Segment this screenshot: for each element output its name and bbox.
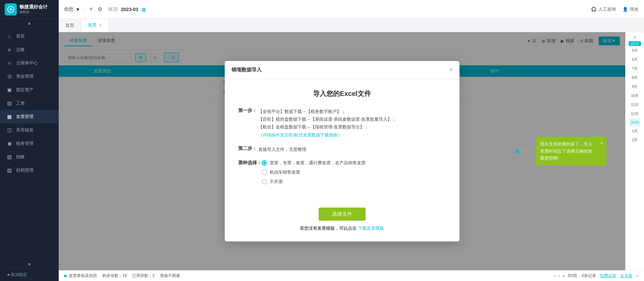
timeline-month-12[interactable]: 12月	[630, 109, 640, 118]
sidebar-item-label: 税务管理	[16, 140, 34, 147]
template-hint: 若您没有发票模版，可以点击 下载发票模版	[300, 225, 384, 231]
logo-text-block: 畅捷通好会计 旗舰版	[19, 4, 48, 14]
sidebar-item-label: 工资	[16, 100, 25, 106]
radio-none[interactable]	[262, 179, 267, 184]
tooltip-close-button[interactable]: ×	[600, 139, 603, 147]
timeline-month-9[interactable]: 9月	[631, 82, 639, 91]
account-dropdown-icon: ▼	[75, 7, 80, 12]
step1-line1: 【全电平台】数据下载→【税务数字账户】；	[258, 108, 396, 115]
period-label: 账期	[108, 6, 118, 12]
modal-close-button[interactable]: ×	[449, 66, 453, 73]
charge-link[interactable]: 去充值	[620, 273, 632, 279]
sidebar-item-label: 首页	[16, 33, 25, 39]
tab-invoice-close[interactable]: ×	[99, 23, 102, 27]
bottom-left: 发票查验及拍照 剩余张数：18 已用张数：2 查验不限量	[64, 273, 180, 279]
sidebar-item-tax[interactable]: ◉ 税务管理	[0, 137, 59, 150]
import-modal: 销项数据导入 × 导入您的Excel文件 第一步： 【全电平台】数据下载→【税务…	[225, 61, 460, 242]
user-icon: 👤	[623, 7, 628, 12]
verify-unlimited: 查验不限量	[160, 273, 180, 279]
main-area: 你您 ▼ | + ⚙ 账期 2023-03 ▦ 🎧 人工咨询 👤 用友	[59, 0, 644, 281]
sidebar-item-home[interactable]: ⌂ 首页	[0, 30, 59, 43]
invoice-icon: ▦	[6, 113, 13, 120]
sidebar-item-archive[interactable]: ▨ 归档管理	[0, 164, 59, 177]
plus-button[interactable]: +	[89, 6, 93, 13]
remaining-count: 剩余张数：18	[102, 273, 127, 279]
page-info: 共0页，0条记录	[568, 273, 596, 279]
timeline-month-1[interactable]: 1月	[631, 126, 639, 135]
timeline-month-8[interactable]: 8月	[631, 73, 639, 82]
stock-icon: ◫	[6, 127, 13, 133]
timeline-month-2[interactable]: 2月	[631, 135, 639, 145]
tooltip-text: 现在支持的票种多了，导入发票时别忘了选择正确的发票类型呀!	[540, 142, 592, 161]
period-info: + ⚙ 账期 2023-03 ▦	[89, 6, 146, 13]
tooltip-left-indicator	[516, 150, 519, 153]
radio-vehicle[interactable]	[262, 170, 267, 175]
modal-header: 销项数据导入 ×	[225, 61, 460, 79]
template-download-link[interactable]: 下载发票模版	[358, 226, 384, 231]
tooltip-container: 现在支持的票种多了，导入发票时别忘了选择正确的发票类型呀! ×	[536, 137, 606, 166]
sidebar-item-label: 归档管理	[16, 167, 34, 173]
template-hint-text: 若您没有发票模版，可以点击	[300, 226, 357, 231]
radio-row-none: 不开票	[262, 179, 366, 185]
headset-icon: 🎧	[591, 7, 596, 12]
step2-block: 第二步： 直接导入文件，无需整理	[238, 146, 446, 153]
template-download-label: 下载发票模版	[358, 226, 384, 231]
sidebar-item-asset[interactable]: ▣ 固定资产	[0, 83, 59, 97]
sidebar-cancel-pin[interactable]: ◄ 取消固定	[0, 268, 59, 281]
pagination: ‹ › » 共0页，0条记录	[554, 273, 596, 279]
consulting-btn[interactable]: 🎧 人工咨询	[591, 6, 616, 12]
timeline-month-5[interactable]: 5月	[631, 46, 639, 55]
tab-invoice[interactable]: 发票 ×	[81, 19, 109, 32]
modal-footer: 选择文件 若您没有发票模版，可以点击 下载发票模版	[225, 201, 460, 241]
sidebar-item-payroll[interactable]: ▤ 工资	[0, 97, 59, 110]
topbar-right: 🎧 人工咨询 👤 用友	[591, 6, 639, 12]
tab-home[interactable]: 首页	[59, 19, 81, 32]
timeline-year-2023[interactable]: 2023	[629, 118, 640, 126]
sidebar-item-fund[interactable]: ◎ 资金管理	[0, 70, 59, 83]
radio-row-normal: 普票，专票，卷票，通行费发票，农产品销售发票	[262, 160, 366, 166]
timeline-month-10[interactable]: 10月	[630, 91, 640, 100]
user-label: 用友	[630, 6, 639, 12]
sidebar-scroll-up[interactable]: ▲	[0, 19, 59, 27]
step2-line: 第二步： 直接导入文件，无需整理	[238, 146, 446, 153]
timeline-month-6[interactable]: 6月	[631, 55, 639, 64]
topbar-separator: |	[84, 7, 85, 12]
pagination-last[interactable]: »	[562, 274, 565, 278]
pagination-prev[interactable]: ‹	[554, 274, 556, 278]
settings-icon[interactable]: ⚙	[98, 6, 102, 12]
sidebar-item-report[interactable]: ≈ 云报表中心	[0, 56, 59, 70]
radio-normal[interactable]	[262, 160, 267, 166]
sidebar-item-stock[interactable]: ◫ 库存核算	[0, 123, 59, 137]
user-menu[interactable]: 👤 用友	[623, 6, 639, 12]
select-file-button[interactable]: 选择文件	[319, 208, 366, 221]
bottom-right: ‹ › » 共0页，0条记录 扣费记录 去充值 ×	[554, 273, 639, 279]
step1-line: 第一步： 【全电平台】数据下载→【税务数字账户】； 【百旺】税控盘数据下载→【系…	[238, 108, 446, 139]
pagination-next[interactable]: ›	[558, 274, 560, 278]
cancel-pin-label: ◄ 取消固定	[6, 272, 27, 277]
guide-link[interactable]: （详细操作见百旺/航信发票数据下载指南）	[258, 132, 342, 137]
bottombar: 发票查验及拍照 剩余张数：18 已用张数：2 查验不限量 ‹ › » 共0页，0…	[59, 270, 644, 281]
timeline-month-11[interactable]: 11月	[630, 100, 640, 109]
account-selector[interactable]: 你您 ▼	[64, 6, 80, 12]
ledger-icon: ≡	[6, 46, 13, 53]
bottombar-close[interactable]: ×	[636, 274, 639, 278]
report-icon: ≈	[6, 60, 13, 66]
tabbar: 首页 发票 ×	[59, 19, 644, 32]
year-badge[interactable]: 2023	[629, 41, 641, 46]
sidebar-item-invoice[interactable]: ▦ 发票管理	[0, 110, 59, 123]
charge-label: 去充值	[620, 273, 632, 278]
ticket-choice-label: 票种选择：	[238, 160, 262, 166]
sidebar-item-ledger[interactable]: ≡ 总账	[0, 43, 59, 56]
home-icon: ⌂	[6, 33, 13, 40]
sidebar-scroll-down[interactable]: ▼	[0, 260, 59, 268]
modal-overlay: 销项数据导入 × 导入您的Excel文件 第一步： 【全电平台】数据下载→【税务…	[59, 32, 625, 270]
step1-line2: 【百旺】税控盘数据下载→【系统设置-系统参数设置-发票批量导入】；	[258, 115, 396, 123]
timeline-month-7[interactable]: 7月	[631, 64, 639, 73]
recharge-record-link[interactable]: 扣费记录	[600, 273, 616, 279]
radio-normal-label: 普票，专票，卷票，通行费发票，农产品销售发票	[270, 160, 366, 166]
sidebar-item-label: 库存核算	[16, 127, 34, 133]
sidebar-item-closing[interactable]: ▧ 结账	[0, 150, 59, 164]
radio-none-label: 不开票	[270, 179, 283, 185]
step2-label: 第二步：	[238, 146, 258, 153]
timeline-up-button[interactable]: ∧	[632, 34, 638, 41]
